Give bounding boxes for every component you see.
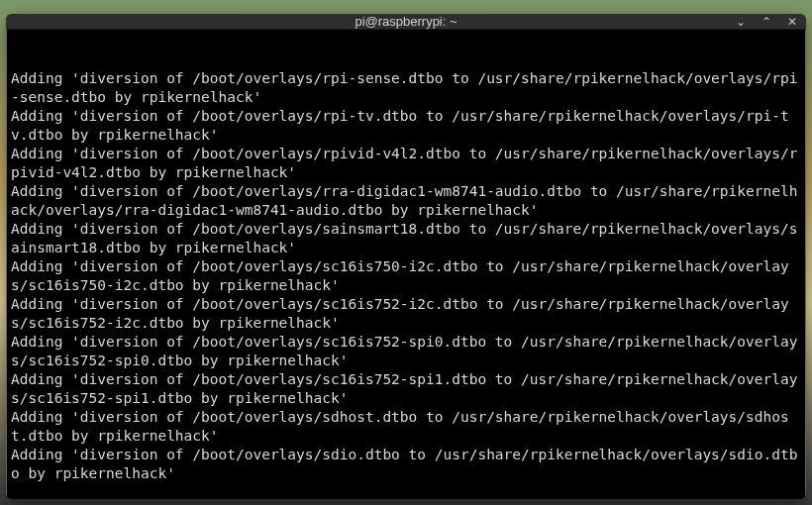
window-controls: ⌄ ⌃ ✕ xyxy=(733,14,800,29)
minimize-button[interactable]: ⌄ xyxy=(733,14,749,30)
maximize-button[interactable]: ⌃ xyxy=(759,14,774,30)
terminal-line: Adding 'diversion of /boot/overlays/sain… xyxy=(11,220,801,257)
terminal-line: Adding 'diversion of /boot/overlays/sc16… xyxy=(11,295,801,333)
terminal-line: Adding 'diversion of /boot/overlays/sdio… xyxy=(11,446,801,483)
terminal-line: Adding 'diversion of /boot/overlays/sdho… xyxy=(11,408,801,446)
terminal-line: Adding 'diversion of /boot/overlays/rpi-… xyxy=(11,69,801,107)
terminal-line: Adding 'diversion of /boot/overlays/rra-… xyxy=(11,182,801,220)
terminal-line: Adding 'diversion of /boot/overlays/sc16… xyxy=(11,257,801,295)
close-icon: ✕ xyxy=(787,15,797,29)
terminal-output[interactable]: Adding 'diversion of /boot/overlays/rpi-… xyxy=(7,30,805,499)
terminal-window: pi@raspberrypi: ~ ⌄ ⌃ ✕ Adding 'diversio… xyxy=(6,14,806,499)
titlebar[interactable]: pi@raspberrypi: ~ ⌄ ⌃ ✕ xyxy=(6,14,806,30)
window-title: pi@raspberrypi: ~ xyxy=(355,14,457,29)
terminal-line: Adding 'diversion of /boot/overlays/sc16… xyxy=(11,370,801,408)
terminal-line: Adding 'diversion of /boot/overlays/rpiv… xyxy=(11,145,801,182)
terminal-line: Adding 'diversion of /boot/overlays/rpi-… xyxy=(11,107,801,145)
chevron-up-icon: ⌃ xyxy=(761,15,771,29)
terminal-line: Adding 'diversion of /boot/overlays/sc16… xyxy=(11,333,801,370)
chevron-down-icon: ⌄ xyxy=(736,15,746,29)
close-button[interactable]: ✕ xyxy=(784,14,800,30)
